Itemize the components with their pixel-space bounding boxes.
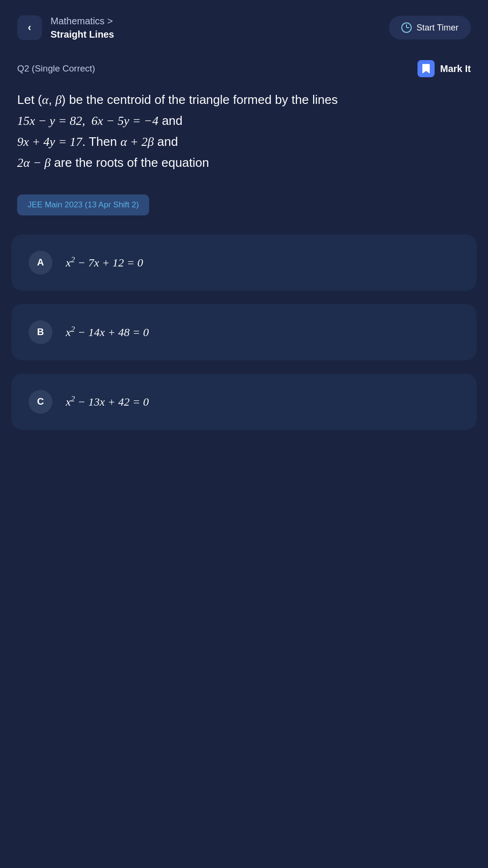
equation1: 15x − y = 82, 6x − 5y = −4 bbox=[17, 114, 158, 128]
question-body: Let (α, β) be the centroid of the triang… bbox=[0, 85, 488, 185]
option-id-c: C bbox=[37, 396, 44, 407]
option-card-b[interactable]: B x2 − 14x + 48 = 0 bbox=[11, 304, 477, 360]
option-id-b: B bbox=[37, 327, 44, 337]
breadcrumb-math: Mathematics > bbox=[51, 16, 113, 26]
tag-row: JEE Main 2023 (13 Apr Shift 2) bbox=[0, 185, 488, 235]
alpha-symbol: α bbox=[42, 93, 49, 107]
mark-it-label: Mark It bbox=[440, 63, 471, 74]
question-text: Let (α, β) be the centroid of the triang… bbox=[17, 90, 471, 174]
header: ‹ Mathematics > Straight Lines Start Tim… bbox=[0, 0, 488, 51]
option-content-b: x2 − 14x + 48 = 0 bbox=[66, 324, 149, 341]
option-card-c[interactable]: C x2 − 13x + 42 = 0 bbox=[11, 374, 477, 430]
alpha-2beta: α + 2β bbox=[121, 135, 154, 149]
bookmark-icon bbox=[422, 63, 430, 74]
breadcrumb-line2: Straight Lines bbox=[51, 28, 114, 41]
back-icon: ‹ bbox=[28, 22, 31, 33]
header-left: ‹ Mathematics > Straight Lines bbox=[17, 14, 114, 41]
page-container: ‹ Mathematics > Straight Lines Start Tim… bbox=[0, 0, 488, 449]
option-content-c: x2 − 13x + 42 = 0 bbox=[66, 393, 149, 410]
equation2: 9x + 4y = 17 bbox=[17, 135, 82, 149]
breadcrumb: Mathematics > Straight Lines bbox=[51, 14, 114, 41]
mark-it-button[interactable]: Mark It bbox=[417, 60, 471, 77]
option-label-c: C bbox=[29, 390, 52, 414]
beta-symbol: β bbox=[55, 93, 61, 107]
timer-label: Start Timer bbox=[417, 23, 458, 33]
option-label-a: A bbox=[29, 251, 52, 275]
question-meta: Q2 (Single Correct) Mark It bbox=[0, 51, 488, 85]
breadcrumb-line1: Mathematics > bbox=[51, 14, 114, 28]
bookmark-icon-wrap bbox=[417, 60, 435, 77]
question-type-label: Q2 (Single Correct) bbox=[17, 63, 95, 74]
exam-tag: JEE Main 2023 (13 Apr Shift 2) bbox=[17, 194, 149, 215]
options-container: A x2 − 7x + 12 = 0 B x2 − 14x + 48 = 0 C… bbox=[0, 235, 488, 449]
option-label-b: B bbox=[29, 320, 52, 344]
option-content-a: x2 − 7x + 12 = 0 bbox=[66, 254, 143, 271]
timer-icon bbox=[401, 22, 412, 33]
option-id-a: A bbox=[37, 257, 44, 268]
2alpha-beta: 2α − β bbox=[17, 156, 51, 170]
option-card-a[interactable]: A x2 − 7x + 12 = 0 bbox=[11, 235, 477, 291]
breadcrumb-topic: Straight Lines bbox=[51, 29, 114, 40]
start-timer-button[interactable]: Start Timer bbox=[389, 16, 471, 40]
back-button[interactable]: ‹ bbox=[17, 15, 42, 40]
